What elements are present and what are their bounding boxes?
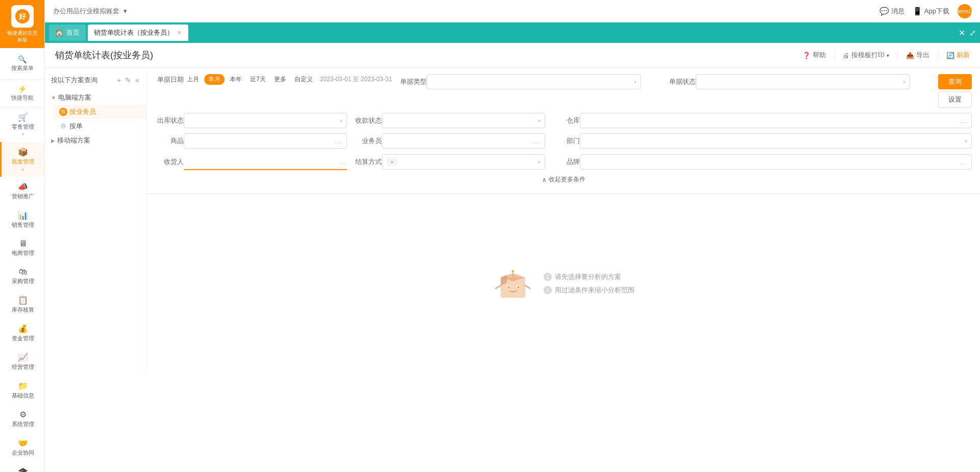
divider2 — [897, 51, 898, 59]
top-bar-left: 办公用品行业模拟账套 ▾ — [53, 7, 127, 16]
app-download-btn[interactable]: 📱 App下载 — [913, 7, 949, 16]
brand-select[interactable]: … — [580, 154, 972, 170]
date-custom-btn[interactable]: 自定义 — [291, 74, 316, 85]
warehouse-label: 仓库 — [551, 116, 580, 125]
date-last-month-btn[interactable]: 上月 — [184, 74, 202, 85]
sidebar-item-basic[interactable]: 📁 基础信息 — [0, 376, 44, 405]
warehouse-select[interactable]: … — [580, 113, 972, 128]
table-area: 1 请先选择要分析的方案 2 用过滤条件来缩小分析范围 — [147, 194, 980, 372]
doc-status-select[interactable]: ▾ — [696, 74, 910, 89]
payment-status-select[interactable]: ▾ — [382, 113, 545, 128]
empty-tip-2: 2 用过滤条件来缩小分析范围 — [544, 286, 634, 295]
receiver-dots: … — [339, 157, 347, 166]
svg-text:好: 好 — [18, 12, 27, 20]
basic-icon: 📁 — [18, 381, 28, 391]
svg-line-14 — [525, 286, 530, 289]
top-bar-right: 💬 消息 📱 App下载 demo2 — [879, 4, 972, 18]
tree-section-mobile[interactable]: ▶ 移动端方案 — [45, 133, 146, 148]
collapse-icon: ∧ — [542, 176, 547, 183]
purchase-icon: 🛍 — [19, 267, 27, 276]
query-btn[interactable]: 查询 — [938, 74, 972, 89]
finance-icon: 💰 — [18, 324, 28, 334]
help-btn[interactable]: ❓ 帮助 — [802, 51, 826, 60]
sidebar-item-finance[interactable]: 💰 资金管理 — [0, 319, 44, 347]
dept-select[interactable]: ▾ — [580, 133, 972, 149]
dept-dropdown-icon: ▾ — [965, 138, 967, 144]
tree-section-mobile-label: 移动端方案 — [57, 136, 90, 145]
sidebar-item-inventory[interactable]: 📋 库存核算 — [0, 290, 44, 319]
settlement-select[interactable]: × ▾ — [382, 154, 545, 170]
top-bar-title: 办公用品行业模拟账套 — [53, 7, 119, 16]
sidebar-item-retail[interactable]: 🛒 零售管理 ▼ — [0, 107, 44, 142]
tree-item-by-order[interactable]: 按 按单 — [53, 119, 146, 133]
sidebar-item-newbie[interactable]: 🎓 新手引导 — [0, 462, 44, 472]
message-btn[interactable]: 💬 消息 — [879, 7, 904, 16]
empty-illustration — [493, 263, 533, 304]
content-area: 按以下方案查询 + ✎ « ▼ 电脑端方案 — [45, 68, 980, 372]
refresh-btn[interactable]: 🔄 刷新 — [946, 51, 970, 60]
filter-section: 单据日期 上月 本月 本年 近7天 更多 自定义 2023-03-01 至 20… — [147, 68, 980, 194]
avatar[interactable]: demo2 — [958, 4, 972, 18]
tab-bar: 🏠 首页 销货单统计表（按业务员） × ✕ ⤢ — [45, 22, 980, 43]
enterprise-icon: 🤝 — [18, 438, 28, 448]
sidebar-item-ecommerce[interactable]: 🖥 电商管理 — [0, 234, 44, 262]
tab-close-btn[interactable]: × — [177, 29, 182, 36]
app-logo[interactable]: 好 畅捷通好生意 标版 — [0, 0, 44, 48]
goods-select[interactable]: … — [184, 133, 347, 149]
edit-scheme-btn[interactable]: ✎ — [124, 75, 132, 85]
sidebar-item-sales[interactable]: 📊 销售管理 — [0, 205, 44, 234]
sidebar-item-purchase[interactable]: 🛍 采购管理 — [0, 262, 44, 290]
receiver-input-group: … — [184, 154, 347, 170]
print-btn[interactable]: 🖨 按模板打印 ▾ — [843, 51, 889, 60]
date-more-btn[interactable]: 更多 — [271, 74, 289, 85]
staff-dot: 按 — [59, 108, 67, 116]
out-status-select[interactable]: ▾ — [184, 113, 347, 128]
tab-home[interactable]: 🏠 首页 — [49, 25, 86, 41]
divider3 — [938, 51, 938, 59]
staff-select[interactable]: … — [382, 133, 545, 149]
tab-close-window-btn[interactable]: ✕ — [959, 28, 965, 38]
quick-nav-btn[interactable]: ⚡ 快捷导航 — [0, 82, 44, 105]
svg-point-10 — [518, 286, 519, 288]
sidebar-item-operations[interactable]: 📈 经营管理 — [0, 347, 44, 376]
date-filter-group: 单据日期 上月 本月 本年 近7天 更多 自定义 2023-03-01 至 20… — [155, 74, 392, 85]
export-btn[interactable]: 📤 导出 — [906, 51, 929, 60]
sidebar-item-marketing[interactable]: 📣 营销推广 — [0, 177, 44, 205]
top-bar: 办公用品行业模拟账套 ▾ 💬 消息 📱 App下载 demo2 — [45, 0, 980, 22]
print-dropdown-icon: ▾ — [887, 53, 889, 58]
payment-status-dropdown-icon: ▾ — [538, 118, 541, 124]
date-this-year-btn[interactable]: 本年 — [227, 74, 245, 85]
out-status-dropdown-icon: ▾ — [340, 118, 342, 124]
logo-text: 畅捷通好生意 标版 — [7, 30, 38, 43]
sidebar-item-wholesale[interactable]: 📦 批发管理 ▲ — [0, 142, 44, 177]
add-scheme-btn[interactable]: + — [116, 75, 122, 85]
tree-item-by-staff[interactable]: 按 按业务员 — [53, 105, 146, 119]
goods-label: 商品 — [155, 136, 184, 146]
tab-maximize-btn[interactable]: ⤢ — [969, 28, 976, 38]
date-this-month-btn[interactable]: 本月 — [204, 74, 225, 85]
top-bar-dropdown-btn[interactable]: ▾ — [124, 7, 127, 15]
settings-btn[interactable]: 设置 — [938, 91, 972, 108]
doc-type-dropdown-icon: ▾ — [634, 79, 636, 85]
date-last7-btn[interactable]: 近7天 — [247, 74, 269, 85]
settlement-tag-close[interactable]: × — [390, 159, 394, 165]
filter-row-1: 单据日期 上月 本月 本年 近7天 更多 自定义 2023-03-01 至 20… — [155, 74, 972, 108]
tree-sub-pc: 按 按业务员 按 按单 — [45, 105, 146, 133]
page-inner: 销货单统计表(按业务员) ❓ 帮助 🖨 按模板打印 ▾ 📤 — [45, 43, 980, 472]
collapse-left-btn[interactable]: « — [134, 75, 140, 85]
sidebar-item-enterprise[interactable]: 🤝 企业协同 — [0, 433, 44, 462]
search-menu-btn[interactable]: 🔍 搜索菜单 — [3, 52, 41, 75]
tab-active[interactable]: 销货单统计表（按业务员） × — [88, 25, 188, 41]
quick-nav-section: ⚡ 快捷导航 — [0, 80, 44, 107]
download-icon: 📱 — [913, 7, 922, 16]
settlement-tag: × — [386, 158, 398, 166]
search-section: 🔍 搜索菜单 — [0, 48, 44, 80]
sidebar-item-system[interactable]: ⚙ 系统管理 — [0, 405, 44, 433]
query-actions: 查询 设置 — [938, 74, 972, 108]
receiver-input[interactable] — [184, 154, 337, 169]
collapse-btn[interactable]: ∧ 收起更多条件 — [542, 175, 585, 184]
help-icon: ❓ — [802, 52, 811, 59]
doc-type-select[interactable]: ▾ — [427, 74, 641, 89]
settlement-label: 结算方式 — [353, 157, 382, 167]
tree-section-pc[interactable]: ▼ 电脑端方案 — [45, 90, 146, 105]
